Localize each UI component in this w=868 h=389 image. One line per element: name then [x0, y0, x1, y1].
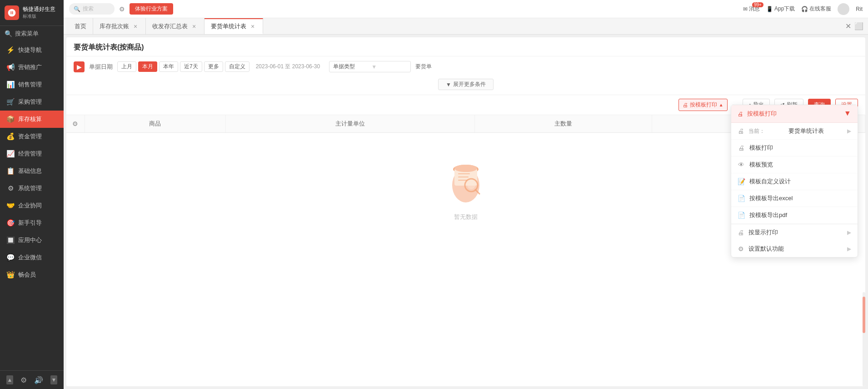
topbar-search-text: 搜索 [83, 5, 94, 13]
message-icon-item[interactable]: ✉ 消息 99+ [743, 5, 760, 13]
dropdown-template-pdf[interactable]: 📄 按模板导出pdf [731, 207, 858, 224]
template-print-label: 模板打印 [749, 144, 773, 152]
sidebar-item-marketing[interactable]: 📢 营销推广 [0, 59, 64, 76]
guide-icon: 🎯 [6, 219, 15, 227]
tab-order-stats[interactable]: 要货单统计表 × [205, 18, 263, 34]
basic-icon: 📋 [6, 167, 15, 175]
svg-point-3 [454, 165, 477, 172]
template-excel-label: 按模板导出excel [749, 194, 793, 202]
sidebar-item-label: 库存核算 [18, 115, 42, 123]
sidebar-item-purchase[interactable]: 🛒 采购管理 [0, 93, 64, 111]
date-this-year-btn[interactable]: 本年 [159, 61, 178, 72]
sidebar-item-member[interactable]: 👑 畅会员 [0, 266, 64, 283]
date-this-month-btn[interactable]: 本月 [138, 61, 157, 72]
right-scrollbar[interactable] [863, 292, 865, 386]
sidebar-item-enterprise[interactable]: 🤝 企业协同 [0, 197, 64, 214]
type-select[interactable]: 单据类型 ▼ [329, 61, 411, 72]
enterprise-icon: 🤝 [6, 202, 15, 210]
sidebar-item-wechat[interactable]: 💬 企业微信 [0, 249, 64, 266]
industry-btn[interactable]: 体验行业方案 [130, 3, 173, 15]
date-buttons: 上月 本月 本年 近7天 更多 自定义 [117, 61, 249, 72]
tabbar-right: ✕ ⬜ [843, 18, 868, 34]
sidebar-item-apps[interactable]: 🔲 应用中心 [0, 232, 64, 249]
yaohuodan-label: 要货单 [415, 63, 432, 71]
scroll-up-btn[interactable]: ▲ [6, 375, 13, 384]
close-receipt-summary-btn[interactable]: × [190, 23, 198, 30]
print-btn[interactable]: 🖨 按模板打印 ▲ [678, 99, 728, 111]
sidebar-item-operations[interactable]: 📈 经营管理 [0, 145, 64, 162]
app-logo: 畅捷通好生意 标准版 [0, 0, 64, 26]
dropdown-display-print[interactable]: 🖨 按显示打印 ▶ [731, 224, 858, 241]
current-template-name: 要货单统计表 [788, 127, 824, 135]
apps-icon: 🔲 [6, 236, 15, 244]
close-order-stats-btn[interactable]: × [249, 23, 256, 30]
tab-order-stats-label: 要货单统计表 [211, 22, 246, 30]
sidebar-item-basic[interactable]: 📋 基础信息 [0, 162, 64, 180]
current-template-sub: 当前： 要货单统计表 ▶ [748, 127, 851, 135]
sidebar-item-quick-nav[interactable]: ⚡ 快捷导航 [0, 41, 64, 59]
date-7days-btn[interactable]: 近7天 [180, 61, 202, 72]
dropdown-template-preview[interactable]: 👁 模板预览 [731, 157, 858, 173]
speaker-icon[interactable]: 🔊 [34, 376, 43, 384]
sidebar-search[interactable]: 🔍 搜索菜单 [0, 26, 64, 41]
tab-inventory-batch-label: 库存批次账 [100, 22, 129, 30]
date-last-month-btn[interactable]: 上月 [117, 61, 136, 72]
operations-icon: 📈 [6, 150, 15, 158]
tab-home[interactable]: 首页 [68, 18, 93, 34]
close-window-btn[interactable]: ✕ [843, 22, 853, 31]
column-settings-icon[interactable]: ⚙ [72, 120, 78, 127]
close-inventory-batch-btn[interactable]: × [132, 23, 139, 30]
page-header: 要货单统计表(按商品) [66, 37, 865, 56]
maximize-btn[interactable]: ⬜ [854, 22, 863, 31]
dropdown-template-design[interactable]: 📝 模板自定义设计 [731, 173, 858, 190]
print-btn-label: 按模板打印 [690, 101, 717, 109]
tab-receipt-summary[interactable]: 收发存汇总表 × [146, 18, 205, 34]
dropdown-template-print[interactable]: 🖨 模板打印 [731, 140, 858, 157]
avatar[interactable] [838, 3, 849, 15]
topbar-search-icon: 🔍 [74, 6, 80, 12]
headset-icon: 🎧 [801, 6, 808, 12]
sales-icon: 📊 [6, 81, 15, 89]
sidebar-item-guide[interactable]: 🎯 新手引导 [0, 214, 64, 232]
template-pdf-label: 按模板导出pdf [749, 211, 787, 219]
chevron-down-icon: ▼ [371, 64, 407, 70]
dropdown-section: 🖨 按显示打印 ▶ ⚙ 设置默认功能 ▶ [731, 224, 858, 257]
sidebar-nav: ⚡ 快捷导航 📢 营销推广 📊 销售管理 🛒 采购管理 📦 库存核算 💰 资金管… [0, 41, 64, 370]
table-header-settings[interactable]: ⚙ [66, 115, 85, 133]
sidebar-item-inventory[interactable]: 📦 库存核算 [0, 111, 64, 128]
sidebar-item-system[interactable]: ⚙ 系统管理 [0, 180, 64, 197]
date-range-display: 2023-06-01 至 2023-06-30 [256, 63, 320, 71]
sidebar-item-sales[interactable]: 📊 销售管理 [0, 76, 64, 93]
date-custom-btn[interactable]: 自定义 [225, 61, 249, 72]
settings-footer-icon[interactable]: ⚙ [20, 376, 27, 384]
scroll-down-btn[interactable]: ▼ [50, 375, 57, 384]
template-excel-icon: 📄 [738, 195, 745, 202]
date-more-btn[interactable]: 更多 [204, 61, 223, 72]
yaohuodan-type-filter: 要货单 [415, 63, 432, 71]
dropdown-set-default[interactable]: ⚙ 设置默认功能 ▶ [731, 241, 858, 257]
purchase-icon: 🛒 [6, 98, 15, 106]
search-label: 搜索菜单 [15, 30, 39, 38]
page-title: 要货单统计表(按商品) [74, 43, 858, 52]
dropdown-template-excel[interactable]: 📄 按模板导出excel [731, 190, 858, 207]
sidebar-item-finance[interactable]: 💰 资金管理 [0, 128, 64, 145]
dropdown-header: 🖨 按模板打印 ▲ [731, 105, 858, 123]
sidebar-item-label: 企业微信 [18, 253, 42, 262]
topbar-gear-icon[interactable]: ⚙ [119, 5, 125, 13]
app-download-item[interactable]: 📱 App下载 [766, 5, 795, 13]
sidebar-item-label: 营销推广 [18, 63, 42, 71]
expand-more-conditions-btn[interactable]: ▼ 展开更多条件 [438, 79, 494, 90]
set-default-arrow: ▶ [847, 246, 851, 252]
dropdown-close-btn[interactable]: ▲ [844, 110, 851, 118]
tab-inventory-batch[interactable]: 库存批次账 × [93, 18, 146, 34]
display-print-label: 按显示打印 [748, 228, 778, 237]
topbar-search-box[interactable]: 🔍 搜索 [69, 3, 115, 15]
dropdown-title: 按模板打印 [747, 110, 777, 118]
dropdown-current-template[interactable]: 🖨 当前： 要货单统计表 ▶ [731, 123, 858, 140]
current-label: 当前： [748, 127, 765, 135]
filter-expand-btn[interactable]: ▶ [74, 61, 85, 72]
scrollbar-thumb[interactable] [863, 297, 865, 333]
wechat-icon: 💬 [6, 253, 15, 262]
tabbar: 首页 库存批次账 × 收发存汇总表 × 要货单统计表 × ✕ ⬜ [64, 18, 868, 35]
online-service-item[interactable]: 🎧 在线客服 [801, 5, 831, 13]
